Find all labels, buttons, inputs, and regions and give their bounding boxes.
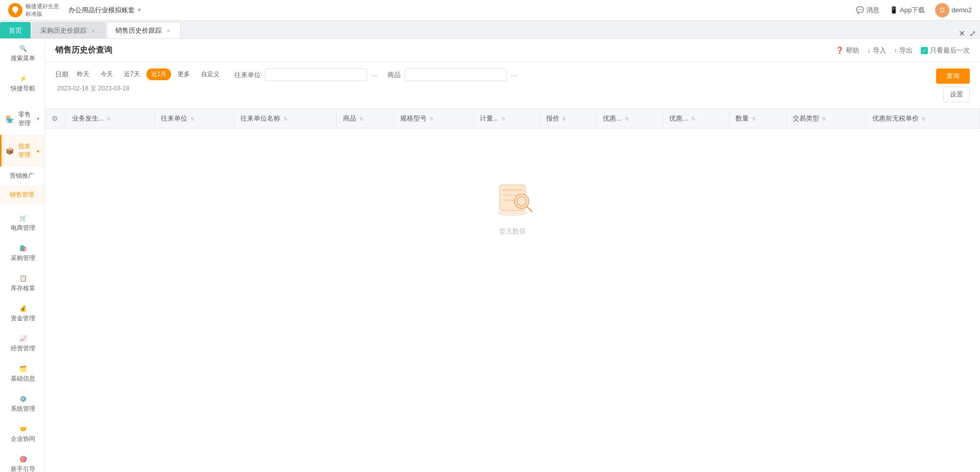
- date-btn-today[interactable]: 今天: [96, 68, 117, 80]
- tab-home[interactable]: 首页: [0, 22, 31, 38]
- sidebar-item-inventory-label: 库存核算: [11, 284, 35, 293]
- table-header-unit[interactable]: 计量... ⇅: [473, 109, 540, 129]
- message-action[interactable]: 💬 消息: [856, 6, 879, 15]
- import-action[interactable]: ↓ 导入: [867, 46, 886, 55]
- tab-close-all-btn[interactable]: ✕: [959, 29, 965, 38]
- date-btn-yesterday[interactable]: 昨天: [72, 68, 94, 80]
- show-latest-checkbox[interactable]: ✓ 只看最后一次: [921, 46, 970, 55]
- tab-sales-history-close[interactable]: ×: [165, 27, 172, 34]
- sidebar-item-operations-label: 经营管理: [11, 344, 35, 353]
- sidebar-sub-sales-mgmt[interactable]: 销售管理: [0, 185, 44, 204]
- sidebar-item-enterprise[interactable]: 🤝 企业协同: [0, 419, 44, 450]
- sales-mgmt-label: 销售管理: [10, 191, 34, 198]
- export-action[interactable]: ↑ 导出: [894, 46, 913, 55]
- table-header-counterpart-code[interactable]: 往来单位 ⇅: [155, 109, 234, 129]
- data-table: ⚙ 业务发生... ⇅ 往来单位 ⇅ 往来单位名称 ⇅: [45, 109, 980, 129]
- table-header-trade-type[interactable]: 交易类型 ⇅: [786, 109, 866, 129]
- sidebar-item-shortcut-label: 快捷导航: [11, 84, 35, 93]
- counterpart-dots[interactable]: ···: [371, 71, 377, 79]
- guide-icon: 🎯: [19, 456, 27, 463]
- goods-dots[interactable]: ···: [511, 71, 517, 79]
- user-action[interactable]: D demo2: [935, 3, 972, 17]
- logo-text: 畅捷通好生意 标准版: [26, 3, 59, 17]
- sidebar-item-ecom[interactable]: 🛒 电商管理: [0, 208, 44, 239]
- tab-sales-history-label: 销售历史价跟踪: [115, 26, 162, 35]
- import-label: 导入: [873, 46, 886, 55]
- date-range-display: 2023-02-18 至 2023-03-18: [57, 84, 224, 93]
- date-btn-custom[interactable]: 自定义: [197, 68, 224, 80]
- table-header-goods[interactable]: 商品 ⇅: [337, 109, 394, 129]
- sidebar-item-inventory[interactable]: 📋 库存核算: [0, 269, 44, 299]
- app-download-icon: 📱: [890, 6, 898, 14]
- purchase-icon: 🛍️: [19, 245, 27, 252]
- help-action[interactable]: ❓ 帮助: [836, 46, 859, 55]
- table-header-biz-date[interactable]: 业务发生... ⇅: [65, 109, 155, 129]
- table-header-price[interactable]: 报价 ⇅: [540, 109, 596, 129]
- search-icon: 🔍: [19, 45, 27, 52]
- inventory-icon: 📋: [19, 275, 27, 282]
- app-download-action[interactable]: 📱 App下载: [890, 6, 925, 15]
- ecom-icon: 🛒: [19, 215, 27, 222]
- counterpart-input[interactable]: [265, 68, 367, 81]
- help-icon: ❓: [836, 46, 844, 54]
- sidebar-item-wholesale-label: 批发管理: [16, 142, 33, 159]
- table-header-pretax-price[interactable]: 优惠前无税单价 ⇅: [866, 109, 979, 129]
- table-header-qty[interactable]: 数量 ⇅: [729, 109, 786, 129]
- sidebar-item-guide[interactable]: 🎯 新手引导: [0, 450, 44, 472]
- sidebar-item-finance[interactable]: 💰 资金管理: [0, 299, 44, 329]
- table-container: ⚙ 业务发生... ⇅ 往来单位 ⇅ 往来单位名称 ⇅: [45, 109, 980, 472]
- date-filter-group: 日期 昨天 今天 近7天 近1月 更多 自定义: [55, 68, 224, 80]
- tab-purchase-history[interactable]: 采购历史价跟踪 ×: [32, 22, 106, 38]
- sidebar-item-wholesale[interactable]: 📦 批发管理 ▲: [0, 135, 44, 167]
- top-header: 畅捷通好生意 标准版 办公用品行业模拟账套 ▼ 💬 消息 📱 App下载 D d…: [0, 0, 980, 20]
- basic-icon: 🗂️: [19, 365, 27, 372]
- sidebar-item-shortcut[interactable]: ⚡ 快捷导航: [0, 69, 44, 99]
- sidebar-item-finance-label: 资金管理: [11, 314, 35, 323]
- tab-sales-history[interactable]: 销售历史价跟踪 ×: [107, 22, 181, 38]
- tab-home-label: 首页: [9, 26, 22, 35]
- table-header-settings: ⚙: [45, 109, 65, 129]
- sidebar-item-basic[interactable]: 🗂️ 基础信息: [0, 359, 44, 389]
- sidebar-item-purchase[interactable]: 🛍️ 采购管理: [0, 239, 44, 269]
- wholesale-icon: 📦: [6, 147, 14, 155]
- sidebar-item-operations[interactable]: 📈 经营管理: [0, 329, 44, 359]
- date-btn-last1m[interactable]: 近1月: [146, 68, 172, 80]
- empty-icon: [487, 170, 538, 221]
- retail-icon: 🏪: [6, 115, 14, 123]
- price-label: 报价: [546, 114, 559, 122]
- app-selector[interactable]: 办公用品行业模拟账套 ▼: [64, 4, 146, 17]
- svg-rect-3: [502, 194, 518, 196]
- goods-filter-group: 商品 ···: [387, 68, 517, 81]
- sidebar-item-search[interactable]: 🔍 搜索菜单: [0, 39, 44, 69]
- settings-button[interactable]: 设置: [943, 87, 970, 102]
- tab-purchase-history-close[interactable]: ×: [90, 27, 97, 34]
- trade-type-sort-icon: ⇅: [822, 116, 826, 122]
- table-header-discount1[interactable]: 优惠... ⇅: [597, 109, 663, 129]
- table-settings-icon[interactable]: ⚙: [52, 114, 58, 123]
- table-header-counterpart-name[interactable]: 往来单位名称 ⇅: [234, 109, 337, 129]
- date-btn-last7[interactable]: 近7天: [119, 68, 144, 80]
- page-title-row: 销售历史价查询 ❓ 帮助 ↓ 导入 ↑ 导出 ✓: [55, 45, 970, 56]
- query-button[interactable]: 查询: [936, 68, 970, 84]
- sidebar-item-enterprise-label: 企业协同: [11, 435, 35, 443]
- avatar: D: [935, 3, 949, 17]
- date-btn-more[interactable]: 更多: [173, 68, 194, 80]
- svg-rect-2: [502, 189, 523, 191]
- biz-date-sort-icon: ⇅: [107, 116, 111, 122]
- sidebar-item-retail-label: 零售管理: [16, 110, 33, 128]
- discount1-label: 优惠...: [603, 114, 622, 122]
- header-right: 💬 消息 📱 App下载 D demo2: [856, 3, 972, 17]
- counterpart-name-label: 往来单位名称: [240, 114, 280, 122]
- goods-input[interactable]: [405, 68, 507, 81]
- date-filter-label: 日期: [55, 70, 68, 79]
- counterpart-filter-group: 往来单位 ···: [234, 68, 377, 81]
- spec-label: 规格型号: [400, 114, 427, 122]
- sidebar-sub-marketing[interactable]: 营销推广: [0, 167, 44, 185]
- sidebar-item-retail[interactable]: 🏪 零售管理 ▼: [0, 103, 44, 135]
- counterpart-name-sort-icon: ⇅: [283, 116, 287, 122]
- tab-maximize-btn[interactable]: ⤢: [969, 29, 976, 38]
- table-header-spec[interactable]: 规格型号 ⇅: [394, 109, 473, 129]
- sidebar-item-system[interactable]: ⚙️ 系统管理: [0, 389, 44, 419]
- table-header-discount2[interactable]: 优惠... ⇅: [663, 109, 729, 129]
- sidebar-item-system-label: 系统管理: [11, 405, 35, 413]
